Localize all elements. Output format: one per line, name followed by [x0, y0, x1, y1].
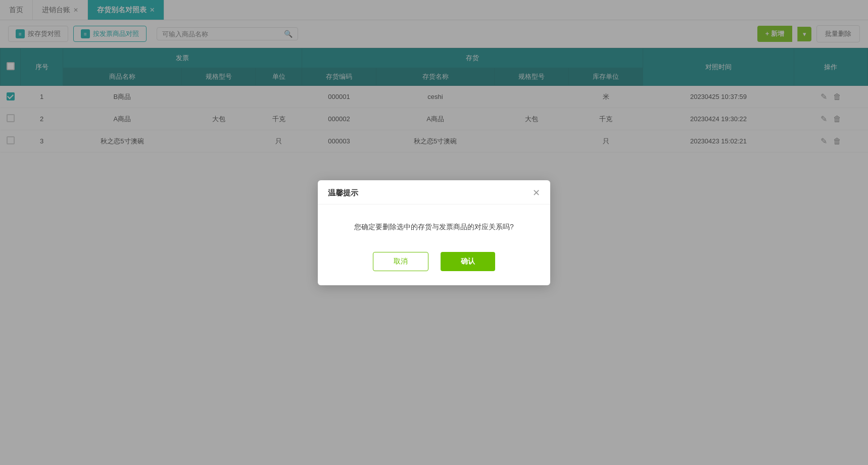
- dialog-body: 您确定要删除选中的存货与发票商品的对应关系吗?: [318, 204, 550, 244]
- dialog-header: 温馨提示 ✕: [318, 180, 550, 204]
- dialog-message: 您确定要删除选中的存货与发票商品的对应关系吗?: [354, 223, 514, 231]
- dialog-footer: 取消 确认: [318, 244, 550, 285]
- confirm-button[interactable]: 确认: [441, 252, 495, 271]
- cancel-button[interactable]: 取消: [373, 252, 428, 271]
- dialog-overlay: 温馨提示 ✕ 您确定要删除选中的存货与发票商品的对应关系吗? 取消 确认: [0, 0, 868, 465]
- dialog-close-button[interactable]: ✕: [533, 188, 540, 197]
- dialog-title: 温馨提示: [328, 188, 358, 198]
- confirm-dialog: 温馨提示 ✕ 您确定要删除选中的存货与发票商品的对应关系吗? 取消 确认: [318, 180, 550, 285]
